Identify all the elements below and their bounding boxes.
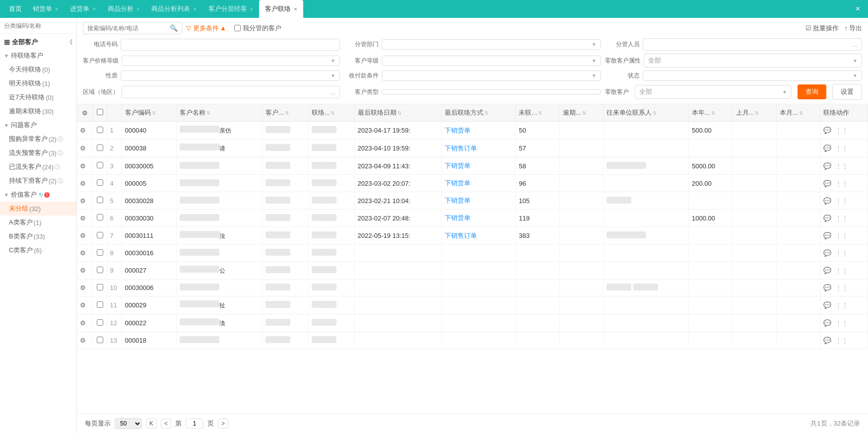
refresh-icon[interactable]: ↻ <box>39 192 43 198</box>
sidebar-item-today[interactable]: 今天待联络 (0) <box>0 63 76 76</box>
more-actions-icon[interactable]: ⋮⋮ <box>835 267 848 274</box>
phone-input[interactable] <box>121 39 340 51</box>
row-gear-icon[interactable]: ⚙ <box>80 144 86 152</box>
last-contact-method-link[interactable]: 下销货单 <box>445 179 470 187</box>
sort-icon-unit-contact[interactable]: ⇅ <box>653 110 657 116</box>
more-actions-icon[interactable]: ⋮⋮ <box>835 197 848 205</box>
last-contact-method-link[interactable]: 下销货单 <box>445 162 470 169</box>
row-gear-icon[interactable]: ⚙ <box>80 232 86 239</box>
sort-icon-uncontacted[interactable]: ⇅ <box>538 110 542 116</box>
more-actions-icon[interactable]: ⋮⋮ <box>835 249 848 257</box>
more-actions-icon[interactable]: ⋮⋮ <box>835 337 848 344</box>
last-contact-method-link[interactable]: 下销货单 <box>445 214 470 221</box>
sort-icon-overdue[interactable]: ⇅ <box>582 110 586 116</box>
th-gear[interactable]: ⚙ <box>77 104 93 122</box>
sidebar-item-declining[interactable]: 持续下滑客户 (2) ⓘ <box>0 174 76 188</box>
row-gear-icon[interactable]: ⚙ <box>80 249 86 257</box>
price-level-select[interactable]: ▼ <box>122 56 340 66</box>
page-input[interactable] <box>186 419 203 429</box>
chat-icon[interactable]: 💬 <box>823 162 831 170</box>
row-gear-icon[interactable]: ⚙ <box>80 284 86 291</box>
chat-icon[interactable]: 💬 <box>823 301 831 309</box>
retail-select[interactable]: 全部 ▼ <box>635 85 792 99</box>
close-goods-analysis-list-icon[interactable]: × <box>193 6 196 12</box>
chat-icon[interactable]: 💬 <box>823 215 831 222</box>
nature-select[interactable]: ▼ <box>121 71 340 81</box>
close-goods-analysis-icon[interactable]: × <box>136 6 139 12</box>
sidebar-item-tomorrow[interactable]: 明天待联络 (1) <box>0 76 76 90</box>
sort-icon-name[interactable]: ⇅ <box>206 110 210 116</box>
sidebar-item-c-class[interactable]: C类客户 (6) <box>0 243 76 257</box>
tab-purchase[interactable]: 进货单 × <box>64 0 101 18</box>
chat-icon[interactable]: 💬 <box>823 232 831 239</box>
row-checkbox[interactable] <box>97 144 103 151</box>
sort-icon-last-month[interactable]: ⇅ <box>755 110 759 116</box>
row-gear-icon[interactable]: ⚙ <box>80 162 86 170</box>
row-checkbox[interactable] <box>97 179 103 186</box>
chat-icon[interactable]: 💬 <box>823 249 831 257</box>
close-customer-segment-icon[interactable]: × <box>250 6 253 12</box>
tab-goods-analysis[interactable]: 商品分析 × <box>102 0 145 18</box>
more-actions-icon[interactable]: ⋮⋮ <box>835 232 848 239</box>
tab-customer-contact[interactable]: 客户联络 × <box>259 0 303 18</box>
tab-sales[interactable]: 销货单 × <box>27 0 64 18</box>
reset-button[interactable]: 设置 <box>832 84 862 100</box>
sidebar-group-value[interactable]: ▼ 价值客户 ↻ ! <box>0 188 76 202</box>
batch-op-btn[interactable]: ☑ 批量操作 <box>805 24 839 33</box>
my-customer-checkbox[interactable] <box>234 25 241 31</box>
chat-icon[interactable]: 💬 <box>823 144 831 152</box>
sidebar-item-7days[interactable]: 近7天待联络 (0) <box>0 90 76 104</box>
row-gear-icon[interactable]: ⚙ <box>80 197 86 205</box>
more-actions-icon[interactable]: ⋮⋮ <box>835 162 848 170</box>
chat-icon[interactable]: 💬 <box>823 197 831 205</box>
more-actions-icon[interactable]: ⋮⋮ <box>835 284 848 291</box>
row-checkbox[interactable] <box>97 214 103 220</box>
sidebar-item-churned[interactable]: 已流失客户 (24) ⓘ <box>0 160 76 174</box>
next-page-btn[interactable]: > <box>218 419 228 429</box>
more-actions-icon[interactable]: ⋮⋮ <box>835 215 848 222</box>
select-all-checkbox[interactable] <box>97 109 103 115</box>
sort-icon-code[interactable]: ⇅ <box>152 110 156 116</box>
last-contact-method-link[interactable]: 下销货单 <box>445 197 470 204</box>
tab-goods-analysis-list[interactable]: 商品分析列表 × <box>145 0 202 18</box>
chat-icon[interactable]: 💬 <box>823 127 831 134</box>
close-sales-icon[interactable]: × <box>55 6 58 12</box>
more-filters-btn[interactable]: ▽ 更多条件 ▲ <box>186 24 226 33</box>
search-input[interactable] <box>87 25 170 32</box>
row-gear-icon[interactable]: ⚙ <box>80 127 86 134</box>
row-gear-icon[interactable]: ⚙ <box>80 301 86 309</box>
chat-icon[interactable]: 💬 <box>823 319 831 327</box>
sidebar-group-pending[interactable]: ▼ 待联络客户 <box>0 49 76 63</box>
close-customer-contact-icon[interactable]: × <box>294 6 297 12</box>
last-contact-method-link[interactable]: 下销售订单 <box>445 232 477 239</box>
sidebar-item-b-class[interactable]: B类客户 (33) <box>0 229 76 243</box>
row-checkbox[interactable] <box>97 162 103 168</box>
query-button[interactable]: 查询 <box>798 84 826 99</box>
customer-type-select[interactable] <box>382 89 601 94</box>
sidebar-item-overdue[interactable]: 逾期未联络 (30) <box>0 104 76 118</box>
all-customers-header[interactable]: ⊞ 全部客户 《 <box>0 34 76 49</box>
last-contact-method-link[interactable]: 下销货单 <box>445 127 470 134</box>
row-checkbox[interactable] <box>97 301 103 308</box>
pay-terms-select[interactable]: ▼ <box>382 71 601 81</box>
dept-select[interactable]: ▼ <box>382 39 601 50</box>
prev-page-btn[interactable]: < <box>161 419 171 429</box>
sidebar-item-ungroup[interactable]: 未分组 (32) <box>0 202 76 216</box>
sidebar-item-a-class[interactable]: A类客户 (1) <box>0 216 76 229</box>
row-checkbox[interactable] <box>97 197 103 203</box>
more-actions-icon[interactable]: ⋮⋮ <box>835 180 848 187</box>
sort-icon-this-year[interactable]: ⇅ <box>711 110 715 116</box>
close-all-icon[interactable]: × <box>852 4 864 13</box>
sort-icon-last-date[interactable]: ⇅ <box>398 110 401 116</box>
more-actions-icon[interactable]: ⋮⋮ <box>835 144 848 152</box>
sort-icon-last-method[interactable]: ⇅ <box>484 110 488 116</box>
row-checkbox[interactable] <box>97 232 103 238</box>
row-gear-icon[interactable]: ⚙ <box>80 319 86 327</box>
page-size-select[interactable]: 50 20 100 <box>115 418 142 429</box>
first-page-btn[interactable]: K <box>146 419 157 429</box>
customer-level-select[interactable]: ▼ <box>382 56 601 66</box>
more-actions-icon[interactable]: ⋮⋮ <box>835 301 848 309</box>
chat-icon[interactable]: 💬 <box>823 180 831 187</box>
sidebar-search-input[interactable] <box>4 22 77 29</box>
last-contact-method-link[interactable]: 下销售订单 <box>445 144 477 152</box>
